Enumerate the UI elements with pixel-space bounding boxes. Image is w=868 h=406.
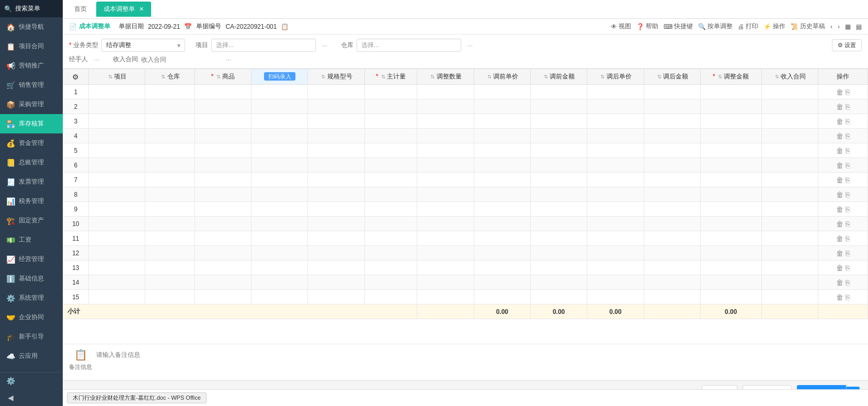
- row-10-price-after[interactable]: [587, 217, 644, 231]
- row-4-price-after[interactable]: [587, 129, 644, 143]
- row-12-income[interactable]: [761, 246, 818, 261]
- row-3-price-before[interactable]: [474, 114, 530, 129]
- row-14-project[interactable]: [88, 275, 145, 290]
- row-14-delete-icon[interactable]: 🗑: [836, 278, 843, 287]
- row-4-price-before[interactable]: [474, 129, 530, 143]
- row-1-amt-before[interactable]: [530, 85, 587, 99]
- row-10-price-before[interactable]: [474, 217, 530, 231]
- row-2-goods[interactable]: [195, 99, 251, 114]
- help-btn[interactable]: ❓ 帮助: [636, 22, 658, 31]
- row-9-delete-icon[interactable]: 🗑: [836, 205, 843, 213]
- row-4-scan[interactable]: [252, 129, 308, 143]
- sidebar-item-payroll[interactable]: 💵工资: [0, 230, 63, 250]
- row-8-price-before[interactable]: [474, 187, 530, 202]
- row-11-adj-amt[interactable]: [700, 231, 761, 246]
- col-header-scan[interactable]: 扫码录入: [252, 69, 308, 85]
- sidebar-item-biz-collab[interactable]: 🤝企业协同: [0, 308, 63, 327]
- row-10-amt-after[interactable]: [644, 217, 700, 231]
- row-7-adj-amt[interactable]: [700, 173, 761, 187]
- row-14-warehouse[interactable]: [145, 275, 195, 290]
- row-15-delete-icon[interactable]: 🗑: [836, 293, 843, 301]
- row-2-spec[interactable]: [308, 99, 364, 114]
- row-11-project[interactable]: [88, 231, 145, 246]
- row-14-scan[interactable]: [252, 275, 308, 290]
- row-3-price-after[interactable]: [587, 114, 644, 129]
- row-4-spec[interactable]: [308, 129, 364, 143]
- row-6-spec[interactable]: [308, 158, 364, 173]
- row-5-spec[interactable]: [308, 143, 364, 158]
- row-12-price-after[interactable]: [587, 246, 644, 261]
- row-9-adj-amt[interactable]: [700, 202, 761, 217]
- row-10-warehouse[interactable]: [145, 217, 195, 231]
- row-11-warehouse[interactable]: [145, 231, 195, 246]
- row-10-scan[interactable]: [252, 217, 308, 231]
- row-8-delete-icon[interactable]: 🗑: [836, 190, 843, 199]
- sidebar-item-basic-info[interactable]: ℹ️基础信息: [0, 269, 63, 288]
- row-2-adj-amt[interactable]: [700, 99, 761, 114]
- sidebar-item-tax-mgmt[interactable]: 📊税务管理: [0, 191, 63, 211]
- sidebar-item-purchase-mgmt[interactable]: 📦采购管理: [0, 95, 63, 114]
- row-8-price-after[interactable]: [587, 187, 644, 202]
- row-2-project[interactable]: [88, 99, 145, 114]
- row-10-goods[interactable]: [195, 217, 251, 231]
- row-10-adj-amt[interactable]: [700, 217, 761, 231]
- row-5-qty[interactable]: [417, 143, 474, 158]
- row-12-qty[interactable]: [417, 246, 474, 261]
- taskbar-item[interactable]: 木门行业好业财处理方案-墓红红.doc - WPS Office: [67, 392, 207, 403]
- row-13-delete-icon[interactable]: 🗑: [836, 264, 843, 272]
- row-9-goods[interactable]: [195, 202, 251, 217]
- sidebar-item-quick-nav[interactable]: 🏠快捷导航: [0, 17, 63, 37]
- row-6-price-before[interactable]: [474, 158, 530, 173]
- row-1-scan[interactable]: [252, 85, 308, 99]
- row-13-price-before[interactable]: [474, 261, 530, 275]
- row-5-project[interactable]: [88, 143, 145, 158]
- window-close-btn[interactable]: ✕: [855, 23, 862, 33]
- row-6-amt-after[interactable]: [644, 158, 700, 173]
- row-12-goods[interactable]: [195, 246, 251, 261]
- print-btn[interactable]: 🖨 打印: [738, 22, 758, 31]
- row-15-warehouse[interactable]: [145, 290, 195, 304]
- row-1-copy-icon[interactable]: ⎘: [846, 88, 850, 96]
- row-15-amt-before[interactable]: [530, 290, 587, 304]
- row-3-adj-amt[interactable]: [700, 114, 761, 129]
- row-9-unit[interactable]: [364, 202, 417, 217]
- income-contract-input[interactable]: [141, 56, 220, 63]
- row-15-copy-icon[interactable]: ⎘: [846, 293, 850, 301]
- col-header-project[interactable]: ⇅ 项目: [88, 69, 145, 85]
- col-header-qty[interactable]: ⇅ 调整数量: [417, 69, 474, 85]
- sidebar-item-invoice-mgmt[interactable]: 🧾发票管理: [0, 172, 63, 191]
- row-5-warehouse[interactable]: [145, 143, 195, 158]
- row-9-amt-after[interactable]: [644, 202, 700, 217]
- row-11-scan[interactable]: [252, 231, 308, 246]
- row-9-price-after[interactable]: [587, 202, 644, 217]
- row-10-qty[interactable]: [417, 217, 474, 231]
- row-13-spec[interactable]: [308, 261, 364, 275]
- row-3-qty[interactable]: [417, 114, 474, 129]
- row-13-income[interactable]: [761, 261, 818, 275]
- review-btn[interactable]: 🔍 按单调整: [698, 22, 733, 31]
- tab-cost-adjust[interactable]: 成本调整单 ✕: [96, 2, 151, 17]
- row-8-warehouse[interactable]: [145, 187, 195, 202]
- sidebar-item-ops-mgmt[interactable]: 📈经营管理: [0, 250, 63, 269]
- row-12-scan[interactable]: [252, 246, 308, 261]
- row-6-delete-icon[interactable]: 🗑: [836, 161, 843, 170]
- row-10-copy-icon[interactable]: ⎘: [846, 220, 850, 228]
- row-3-amt-before[interactable]: [530, 114, 587, 129]
- row-11-spec[interactable]: [308, 231, 364, 246]
- row-1-amt-after[interactable]: [644, 85, 700, 99]
- row-5-unit[interactable]: [364, 143, 417, 158]
- project-select[interactable]: 选择...: [211, 39, 316, 52]
- row-15-amt-after[interactable]: [644, 290, 700, 304]
- row-9-qty[interactable]: [417, 202, 474, 217]
- row-2-scan[interactable]: [252, 99, 308, 114]
- row-12-unit[interactable]: [364, 246, 417, 261]
- row-3-copy-icon[interactable]: ⎘: [846, 117, 850, 126]
- row-14-price-before[interactable]: [474, 275, 530, 290]
- row-11-unit[interactable]: [364, 231, 417, 246]
- row-5-price-after[interactable]: [587, 143, 644, 158]
- row-12-adj-amt[interactable]: [700, 246, 761, 261]
- row-9-spec[interactable]: [308, 202, 364, 217]
- row-9-project[interactable]: [88, 202, 145, 217]
- row-11-delete-icon[interactable]: 🗑: [836, 234, 843, 243]
- row-4-project[interactable]: [88, 129, 145, 143]
